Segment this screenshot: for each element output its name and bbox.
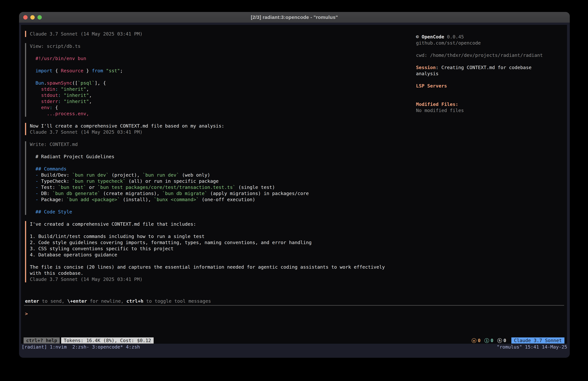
text-segment: import — [30, 68, 52, 73]
text-segment: , — [89, 99, 92, 104]
text-segment: No modified files — [416, 108, 464, 113]
text-segment: : — [50, 105, 52, 110]
text-segment: : — [58, 92, 61, 98]
text-segment: - — [30, 191, 41, 196]
text-segment: spawnSync — [47, 80, 72, 86]
chat-block-assistant: Now I'll create a comprehensive CONTEXT.… — [25, 123, 407, 135]
diagnostic-h-counter: h0 — [497, 337, 506, 344]
tmux-status-bar: [radiant] 1:nvim 2:zsh- 3:opencode* 4:zs… — [19, 344, 570, 350]
opencode-tui: Claude 3.7 Sonnet (14 May 2025 03:41 PM)… — [21, 25, 567, 344]
session-sidebar: © OpenCode 0.0.45 github.com/sst/opencod… — [416, 34, 564, 113]
text-segment: { — [52, 105, 58, 110]
circled-i-icon: i — [484, 338, 489, 343]
prompt-chevron-icon: > — [25, 311, 28, 316]
text-segment: \+enter — [67, 298, 87, 304]
text-segment: "inherit" — [61, 99, 89, 104]
text-segment: 1. Build/lint/test commands including ho… — [30, 234, 205, 239]
text-segment: Write: CONTEXT.md — [30, 142, 78, 147]
tool-output: Write: CONTEXT.md # Radiant Project Guid… — [30, 141, 407, 215]
text-segment: } — [84, 68, 92, 73]
window-title: [2/3] radiant:3:opencode - "romulus" — [251, 15, 338, 20]
minimize-window-button[interactable] — [30, 15, 35, 20]
text-segment: (install), — [120, 197, 154, 202]
opencode-status-bar: ctrl+? help Tokens: 16.4K (8%), Cost: $0… — [23, 337, 565, 344]
text-segment: I've created a comprehensive CONTEXT.md … — [30, 221, 196, 227]
text-segment: Build/Dev: — [41, 172, 72, 178]
text-segment: for newline, — [87, 298, 126, 304]
text-segment: Claude 3.7 Sonnet (14 May 2025 03:41 PM) — [30, 277, 143, 282]
text-segment: The file is concise (20 lines) and captu… — [30, 264, 385, 270]
text-segment: - — [30, 172, 41, 178]
text-segment: Test: — [41, 184, 58, 190]
model-badge[interactable]: Claude 3.7 Sonnet — [511, 337, 565, 344]
text-segment: # Radiant Project Guidelines — [30, 154, 114, 159]
chat-block-assistant: Claude 3.7 Sonnet (14 May 2025 03:41 PM) — [25, 31, 407, 37]
text-segment: `bun test` — [58, 184, 86, 190]
text-segment: stderr — [30, 99, 58, 104]
chat-block-tool: View: script/db.ts #!/usr/bin/env bun im… — [25, 43, 407, 117]
text-segment: TypeCheck: — [41, 179, 72, 184]
diagnostic-count: 0 — [491, 337, 493, 344]
text-segment: #!/usr/bin/env bun — [30, 56, 86, 61]
close-window-button[interactable] — [23, 15, 28, 20]
diagnostic-i-counter: i0 — [484, 337, 493, 344]
text-segment: env — [30, 105, 50, 110]
diagnostic-w-counter: w0 — [472, 337, 481, 344]
text-segment: stdout — [30, 92, 58, 98]
desktop: [2/3] radiant:3:opencode - "romulus" Cla… — [0, 0, 588, 381]
zoom-window-button[interactable] — [38, 15, 42, 20]
text-segment: `bun run typecheck` — [72, 179, 126, 184]
text-segment: (apply migrations) in packages/core — [207, 191, 309, 196]
text-segment: , — [86, 86, 89, 92]
text-segment: Modified Files: — [416, 102, 458, 107]
status-right-group: w0i0h0 Claude 3.7 Sonnet — [472, 337, 565, 344]
text-segment: enter — [25, 298, 39, 304]
chat-block-tool: Write: CONTEXT.md # Radiant Project Guid… — [25, 141, 407, 215]
text-segment: ctrl+h — [126, 298, 144, 304]
text-segment: Claude 3.7 Sonnet (14 May 2025 03:41 PM) — [30, 129, 143, 135]
text-segment: with this codebase. — [30, 270, 84, 276]
text-segment: (single test) — [236, 184, 275, 190]
text-segment: Resource — [61, 68, 84, 73]
text-segment: analysis — [416, 71, 439, 76]
keybinding-hints: enter to send, \+enter for newline, ctrl… — [25, 298, 211, 304]
text-segment: - — [30, 197, 41, 202]
text-segment: cwd: /home/thdxr/dev/projects/radiant/ra… — [416, 52, 543, 58]
assistant-message: Now I'll create a comprehensive CONTEXT.… — [30, 123, 407, 135]
text-segment: github.com/sst/opencode — [416, 40, 481, 46]
text-segment: 3. CSS styling conventions specific to t… — [30, 246, 173, 251]
help-shortcut-badge[interactable]: ctrl+? help — [23, 337, 60, 344]
text-segment: `bun db generate` — [52, 191, 100, 196]
chat-transcript: Claude 3.7 Sonnet (14 May 2025 03:41 PM)… — [25, 31, 407, 289]
message-input[interactable]: > — [25, 311, 28, 317]
text-segment: ## Code Style — [30, 209, 72, 215]
text-segment: Now I'll create a comprehensive CONTEXT.… — [30, 123, 224, 129]
text-segment: : — [55, 86, 58, 92]
assistant-message: I've created a comprehensive CONTEXT.md … — [30, 221, 407, 282]
text-segment: 4. Database operations guidance — [30, 252, 117, 257]
text-segment: `bun run dev` — [72, 172, 109, 178]
text-segment: `bunx <command>` — [154, 197, 199, 202]
text-segment: ([ — [72, 80, 78, 86]
text-segment: ; — [120, 68, 123, 73]
text-segment: to send, — [39, 298, 67, 304]
text-segment: Claude 3.7 Sonnet (14 May 2025 03:41 PM) — [30, 31, 143, 37]
tmux-host-clock: "romulus" 15:41 14-May-25 — [497, 344, 567, 350]
text-segment: `bun db migrate` — [162, 191, 207, 196]
text-segment: ], { — [95, 80, 106, 86]
text-segment: from — [92, 68, 103, 73]
tmux-window-list[interactable]: [radiant] 1:nvim 2:zsh- 3:opencode* 4:zs… — [22, 344, 140, 350]
text-segment: to toggle tool messages — [143, 298, 211, 304]
tool-output: View: script/db.ts #!/usr/bin/env bun im… — [30, 43, 407, 117]
status-left-group: ctrl+? help Tokens: 16.4K (8%), Cost: $0… — [23, 337, 154, 344]
text-segment: © OpenCode — [416, 34, 444, 40]
text-segment: : — [58, 99, 61, 104]
text-segment: . — [44, 80, 47, 86]
text-segment: (one-off execution) — [199, 197, 255, 202]
text-segment: (web only) — [179, 172, 210, 178]
window-titlebar[interactable]: [2/3] radiant:3:opencode - "romulus" — [19, 12, 570, 22]
terminal-window: [2/3] radiant:3:opencode - "romulus" Cla… — [19, 12, 570, 358]
text-segment: stdin — [30, 86, 55, 92]
text-segment: "inherit" — [61, 92, 89, 98]
diagnostics-counters: w0i0h0 — [472, 337, 506, 344]
